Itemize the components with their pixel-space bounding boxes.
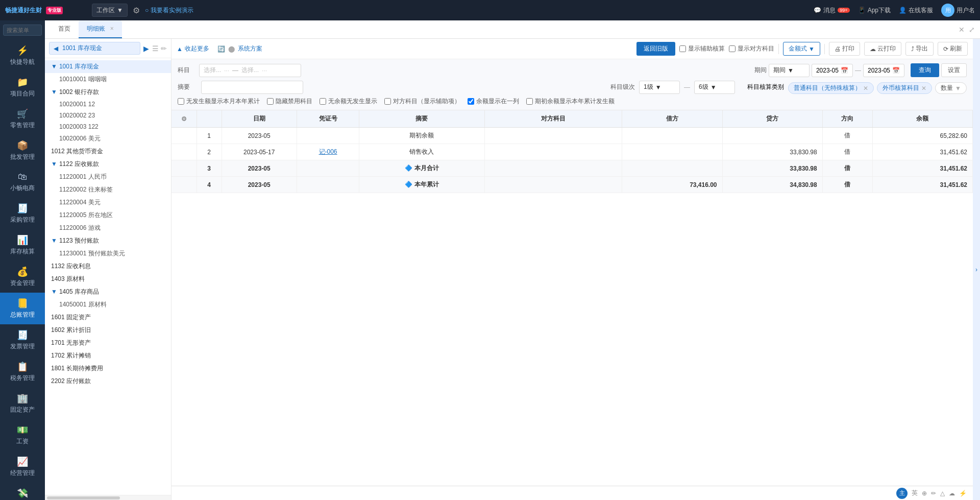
tree-node-1601[interactable]: 1601 固定资产	[45, 311, 171, 324]
cloud-print-button[interactable]: ☁ 云打印	[864, 42, 901, 56]
sidebar-item-finance[interactable]: 💰 资金管理	[0, 261, 45, 293]
tree-node-11220002[interactable]: 11220002 往来标签	[45, 183, 171, 196]
tree-node-10020003[interactable]: 10020003 122	[45, 121, 171, 132]
checkbox-1[interactable]	[267, 98, 274, 105]
tree-node-1001[interactable]: ▼1001 库存现金	[45, 60, 171, 73]
sidebar-item-asset[interactable]: 🏢 固定资产	[0, 388, 45, 419]
td-voucher-2[interactable]: 记-006	[297, 144, 359, 160]
sidebar-item-quick-nav[interactable]: ⚡ 快捷导航	[0, 40, 45, 72]
setting-button[interactable]: 设置	[941, 63, 967, 77]
status-main-btn[interactable]: 主	[896, 488, 908, 499]
period-type-select[interactable]: 期间 ▼	[769, 64, 810, 77]
tree-node-1701[interactable]: 1701 无形资产	[45, 337, 171, 349]
summary-input[interactable]	[201, 81, 303, 94]
show-opposite-checkbox[interactable]	[729, 45, 736, 52]
tree-node-10020006[interactable]: 10020006 美元	[45, 132, 171, 145]
table-gear-icon[interactable]: ⚙	[181, 115, 187, 123]
expand-button[interactable]: ▲ 收起更多	[177, 44, 209, 53]
scheme-icon[interactable]: 🔄	[217, 45, 225, 53]
gear-icon[interactable]: ⚙	[133, 6, 140, 15]
tree-node-11220005[interactable]: 11220005 所在地区	[45, 209, 171, 222]
sidebar-item-payroll[interactable]: 💵 工资	[0, 419, 45, 451]
sidebar-item-ecommerce[interactable]: 🛍 小畅电商	[0, 166, 45, 198]
panel-close-btn[interactable]: ✕	[959, 26, 965, 34]
sidebar-item-purchase[interactable]: 🧾 采购管理	[0, 198, 45, 229]
return-old-version-button[interactable]: 返回旧版	[636, 42, 675, 56]
show-aux-checkbox[interactable]	[679, 45, 686, 52]
tree-right-arrow-icon[interactable]: ▶	[143, 44, 149, 53]
checkbox-4[interactable]	[468, 98, 474, 105]
status-icon-5[interactable]: ⚡	[959, 490, 967, 497]
tree-node-1403[interactable]: 1403 原材料	[45, 273, 171, 285]
print-button[interactable]: 🖨 打印	[829, 42, 860, 56]
export-button[interactable]: ⤴ 导出	[905, 42, 934, 56]
th-balance[interactable]: 余额	[872, 110, 972, 128]
tree-node-1122[interactable]: ▼1122 应收账款	[45, 158, 171, 171]
tree-node-10020001[interactable]: 10020001 12	[45, 99, 171, 110]
sidebar-item-operation[interactable]: 📈 经营管理	[0, 451, 45, 483]
query-button[interactable]: 查询	[911, 63, 939, 77]
message-button[interactable]: 💬 消息 99+	[814, 6, 849, 15]
th-credit[interactable]: 贷方	[722, 110, 822, 128]
level-start-select[interactable]: 1级 ▼	[639, 81, 680, 94]
status-icon-3[interactable]: △	[940, 490, 945, 497]
tree-node-1132[interactable]: 1132 应收利息	[45, 260, 171, 273]
user-profile-button[interactable]: 用 用户名	[941, 4, 975, 17]
sidebar-item-sales[interactable]: 💸 小畅报销	[0, 483, 45, 500]
refresh-button[interactable]: ⟳ 刷新	[938, 42, 968, 56]
workspace-selector[interactable]: 工作区 ▼	[92, 4, 128, 17]
app-download-button[interactable]: 📱 App下载	[858, 6, 891, 15]
checkbox-2[interactable]	[320, 98, 326, 105]
tree-node-1602[interactable]: 1602 累计折旧	[45, 324, 171, 337]
tab-home[interactable]: 首页	[50, 20, 79, 38]
tree-node-11220004[interactable]: 11220004 美元	[45, 196, 171, 209]
tab-close-icon[interactable]: ×	[110, 25, 114, 32]
tree-node-2202[interactable]: 2202 应付账款	[45, 375, 171, 388]
right-collapse-handle[interactable]: ›	[973, 39, 980, 500]
tree-node-11220006[interactable]: 11220006 游戏	[45, 222, 171, 234]
th-gear[interactable]: ⚙	[172, 110, 197, 128]
tab-detail[interactable]: 明细账 ×	[79, 20, 122, 38]
tree-edit-icon[interactable]: ✏	[161, 44, 167, 53]
tree-node-1801[interactable]: 1801 长期待摊费用	[45, 362, 171, 375]
tree-node-1123[interactable]: ▼1123 预付账款	[45, 234, 171, 247]
demo-link[interactable]: ○ 我要看实例演示	[145, 6, 193, 15]
period-end-input[interactable]: 2023-05 📅	[863, 64, 904, 77]
tree-node-11220001[interactable]: 11220001 人民币	[45, 171, 171, 183]
status-icon-1[interactable]: ⊕	[922, 490, 927, 497]
period-start-input[interactable]: 2023-05 📅	[812, 64, 853, 77]
tree-scrollbar[interactable]	[45, 495, 171, 500]
filter-tag-close-0[interactable]: ✕	[863, 85, 868, 92]
sidebar-item-inventory[interactable]: 📊 库存核算	[0, 229, 45, 261]
sidebar-item-wholesale[interactable]: 📦 批发管理	[0, 135, 45, 166]
sidebar-item-tax[interactable]: 📋 税务管理	[0, 356, 45, 388]
tree-node-10020002[interactable]: 10020002 23	[45, 110, 171, 121]
tree-node-10010001[interactable]: 10010001 咽咽咽	[45, 73, 171, 86]
checkbox-3[interactable]	[384, 98, 391, 105]
status-icon-2[interactable]: ✏	[931, 490, 936, 497]
th-opposite-subject[interactable]: 对方科目	[484, 110, 622, 128]
tree-list-icon[interactable]: ☰	[152, 44, 159, 53]
th-debit[interactable]: 借方	[622, 110, 722, 128]
status-lang[interactable]: 英	[912, 489, 918, 497]
th-direction[interactable]: 方向	[822, 110, 872, 128]
subject-input[interactable]: 选择... ··· — 选择... ···	[199, 64, 301, 77]
sidebar-search-input[interactable]	[3, 25, 42, 36]
level-end-select[interactable]: 6级 ▼	[694, 81, 735, 94]
th-voucher[interactable]: 凭证号	[297, 110, 359, 128]
tree-node-11230001[interactable]: 11230001 预付账款美元	[45, 247, 171, 260]
tree-node-1702[interactable]: 1702 累计摊销	[45, 349, 171, 362]
status-icon-4[interactable]: ☁	[949, 490, 955, 497]
filter-tag-close-2[interactable]: ▼	[955, 85, 961, 92]
checkbox-5[interactable]	[526, 98, 533, 105]
sidebar-item-invoice[interactable]: 🧾 发票管理	[0, 324, 45, 356]
sidebar-item-retail[interactable]: 🛒 零售管理	[0, 103, 45, 135]
checkbox-0[interactable]	[178, 98, 184, 105]
online-service-button[interactable]: 👤 在线客服	[899, 6, 933, 15]
filter-tag-close-1[interactable]: ✕	[921, 85, 926, 92]
voucher-link-2[interactable]: 记-006	[319, 148, 337, 155]
tree-node-1405[interactable]: ▼1405 库存商品	[45, 285, 171, 298]
th-date[interactable]: 日期	[222, 110, 297, 128]
panel-expand-btn[interactable]: ⤢	[969, 26, 975, 34]
amount-type-button[interactable]: 金额式 ▼	[783, 42, 820, 56]
